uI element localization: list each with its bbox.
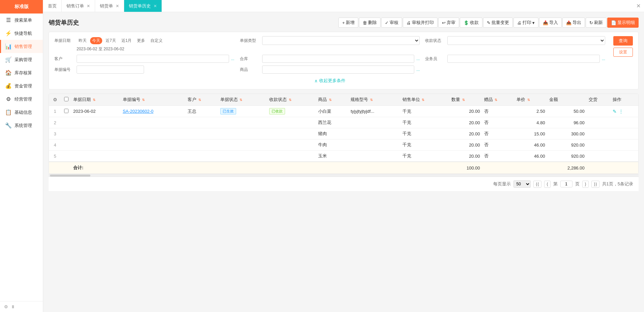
col-doc-no[interactable]: 单据编号 ⇅	[121, 94, 186, 106]
sidebar-item-label: 系统管理	[15, 123, 32, 129]
table-row: 1 2023-06-02 SA-20230602-0 王总 已生效 已收款 小白…	[49, 106, 638, 117]
doc-no-link[interactable]: SA-20230602-0	[123, 109, 153, 114]
tab-sales-history-close-icon[interactable]: ✕	[153, 4, 157, 8]
scrollbar-thumb[interactable]	[50, 175, 90, 177]
col-gift[interactable]: 赠品 ⇅	[482, 94, 514, 106]
table-settings-icon[interactable]: ⚙	[53, 97, 57, 102]
row-spec: tyjyjtyjtyjdf...	[348, 106, 400, 117]
table-total-row: 合计: 100.00 2,286.00	[49, 162, 638, 174]
product-input[interactable]	[262, 66, 415, 74]
page-label: 第	[553, 181, 558, 187]
pagination: 每页显示 50 100 ⟨⟨ ⟨ 第 页 ⟩ ⟩⟩ 共1页，5条记录	[49, 177, 639, 191]
date-tab-custom[interactable]: 自定义	[148, 37, 165, 44]
abandon-button[interactable]: ↩ 弃审	[438, 18, 459, 28]
sidebar-item-purchase-mgmt[interactable]: 🛒 采购管理	[0, 53, 43, 66]
row-doc-no	[121, 117, 186, 128]
customer-more-btn[interactable]: ...	[231, 56, 234, 61]
product-more-btn[interactable]: ...	[416, 67, 420, 72]
select-all-checkbox[interactable]	[64, 97, 68, 101]
customer-label: 客户	[54, 56, 75, 62]
tab-sales-delivery[interactable]: 销货单 ✕	[95, 0, 124, 12]
col-spec[interactable]: 规格型号 ⇅	[348, 94, 400, 106]
page-title: 销货单历史	[49, 19, 79, 27]
print-button[interactable]: 🖨 打印 ▾	[513, 18, 538, 28]
col-settings[interactable]: ⚙	[49, 94, 61, 106]
sidebar-item-quick-nav[interactable]: ⚡ 快捷导航	[0, 27, 43, 40]
sidebar-item-sales-mgmt[interactable]: 📊 销售管理	[0, 40, 43, 53]
customer-input[interactable]	[77, 55, 229, 63]
col-price[interactable]: 单价 ⇅	[514, 94, 547, 106]
col-date[interactable]: 单据日期 ⇅	[71, 94, 121, 106]
row-doc-no: SA-20230602-0	[121, 106, 186, 117]
col-unit-label: 销售单位	[402, 97, 420, 102]
col-product[interactable]: 商品 ⇅	[316, 94, 348, 106]
tab-sales-order-close-icon[interactable]: ✕	[87, 4, 90, 8]
horizontal-scrollbar[interactable]	[49, 174, 639, 177]
date-tab-today[interactable]: 今天	[90, 37, 102, 44]
tab-bar-close[interactable]: ✕	[636, 3, 644, 9]
col-qty-label: 数量	[451, 97, 460, 102]
col-actions: 操作	[611, 94, 638, 106]
sidebar-item-ops[interactable]: ⚙ 经营管理	[0, 93, 43, 106]
next-page-btn[interactable]: ⟩	[582, 181, 589, 188]
first-page-btn[interactable]: ⟨⟨	[533, 181, 541, 188]
col-trade: 交货	[587, 94, 611, 106]
collect-button[interactable]: 💲 收款	[460, 18, 482, 28]
row-checkbox[interactable]	[64, 109, 68, 113]
row-date: 2023-06-02	[71, 106, 121, 117]
audit-print-button[interactable]: 🖨 审核并打印	[403, 18, 438, 28]
set-button[interactable]: 设置	[613, 48, 633, 57]
col-date-sort-icon: ⇅	[93, 98, 95, 102]
inventory-icon: 🏠	[5, 70, 12, 76]
sidebar-item-label: 搜索菜单	[15, 17, 32, 23]
tab-sales-delivery-close-icon[interactable]: ✕	[116, 4, 119, 8]
batch-change-button[interactable]: ✎ 批量变更	[483, 18, 513, 28]
export-button[interactable]: 📤 导出	[562, 18, 585, 28]
col-pay-status[interactable]: 收款状态 ⇅	[267, 94, 316, 106]
tab-sales-order[interactable]: 销售订单 ✕	[62, 0, 95, 12]
row-pay-status	[267, 151, 316, 162]
show-detail-button[interactable]: 📄 显示明细	[607, 18, 639, 28]
collapse-btn[interactable]: ∧ 收起更多条件	[54, 76, 605, 85]
last-page-btn[interactable]: ⟩⟩	[591, 181, 599, 188]
doc-no-input[interactable]	[77, 66, 144, 74]
prev-page-btn[interactable]: ⟨	[544, 181, 551, 188]
audit-button[interactable]: ✓ 审核	[381, 18, 402, 28]
refresh-icon: ↻	[589, 20, 593, 25]
row-product: 小白菜	[316, 106, 348, 117]
sidebar-item-basic-info[interactable]: 📋 基础信息	[0, 106, 43, 119]
salesman-more-btn[interactable]: ...	[602, 56, 605, 61]
sidebar-collapse-icon[interactable]: ⏸	[11, 304, 15, 309]
sidebar-settings-icon[interactable]: ⚙	[4, 304, 8, 309]
date-tab-yesterday[interactable]: 昨天	[77, 37, 89, 44]
more-icon[interactable]: ⋮	[619, 109, 623, 114]
edit-icon[interactable]: ✎	[613, 109, 617, 114]
salesman-input[interactable]	[447, 55, 600, 63]
sidebar-item-label: 库存核算	[15, 70, 32, 76]
col-doc-status[interactable]: 单据状态 ⇅	[218, 94, 267, 106]
refresh-button[interactable]: ↻ 刷新	[586, 18, 607, 28]
tab-sales-history[interactable]: 销货单历史 ✕	[124, 0, 162, 12]
sidebar-item-sys-mgmt[interactable]: 🔧 系统管理	[0, 119, 43, 132]
page-number-input[interactable]	[560, 181, 572, 187]
pay-status-select[interactable]	[447, 36, 605, 45]
sidebar-item-inventory[interactable]: 🏠 库存核算	[0, 66, 43, 79]
warehouse-input[interactable]	[262, 55, 415, 63]
date-tab-more[interactable]: 更多	[135, 37, 147, 44]
page-size-select[interactable]: 50 100	[513, 180, 531, 188]
sidebar-item-finance[interactable]: 💰 资金管理	[0, 79, 43, 93]
tab-home[interactable]: 首页	[43, 0, 62, 12]
sidebar-item-search-menu[interactable]: ☰ 搜索菜单	[0, 14, 43, 27]
date-tab-7days[interactable]: 近7天	[104, 37, 118, 44]
col-customer[interactable]: 客户 ⇅	[186, 94, 218, 106]
warehouse-more-btn[interactable]: ...	[416, 56, 420, 61]
new-button[interactable]: + 新增	[338, 18, 358, 28]
audit-print-icon: 🖨	[407, 20, 411, 25]
doc-type-select[interactable]	[262, 36, 420, 45]
delete-button[interactable]: 🗑 删除	[359, 18, 381, 28]
import-button[interactable]: 📥 导入	[539, 18, 562, 28]
col-qty[interactable]: 数量 ⇅	[449, 94, 482, 106]
col-unit[interactable]: 销售单位 ⇅	[400, 94, 449, 106]
date-tab-1month[interactable]: 近1月	[119, 37, 134, 44]
search-button[interactable]: 查询	[613, 36, 633, 46]
